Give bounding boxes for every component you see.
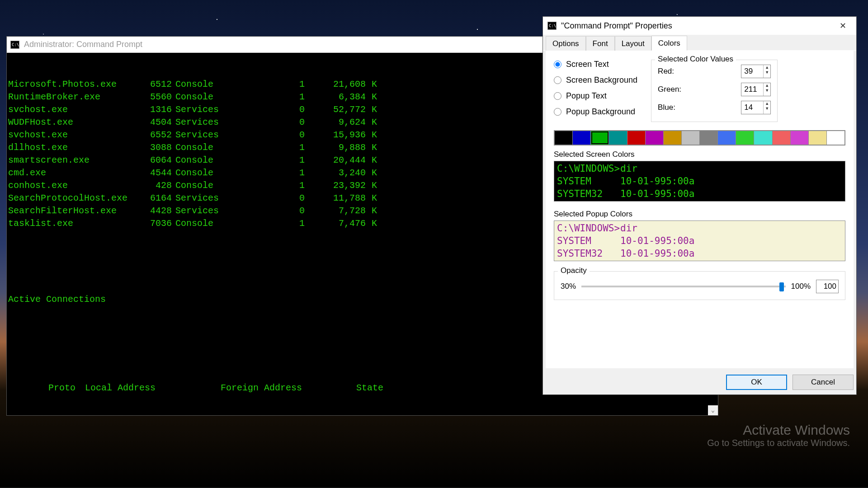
blue-spinner[interactable]: ▲▼	[741, 101, 771, 114]
dialog-body: Screen Text Screen Background Popup Text…	[546, 51, 854, 368]
spin-up-icon[interactable]: ▲	[764, 101, 770, 106]
cmd-icon: C:\	[10, 41, 19, 49]
spin-down-icon[interactable]: ▼	[764, 88, 770, 93]
color-palette	[554, 130, 845, 145]
color-swatch[interactable]	[646, 131, 664, 145]
green-label: Green:	[658, 85, 681, 94]
color-target-radios: Screen Text Screen Background Popup Text…	[554, 60, 637, 122]
color-swatch[interactable]	[809, 131, 827, 145]
radio-screen-text[interactable]: Screen Text	[554, 60, 637, 69]
popup-colors-preview: C:\WINDOWS>dirSYSTEM10-01-995:00aSYSTEM3…	[554, 221, 845, 261]
ok-button[interactable]: OK	[726, 375, 787, 390]
color-swatch[interactable]	[791, 131, 809, 145]
color-swatch[interactable]	[682, 131, 700, 145]
opacity-min-label: 30%	[561, 282, 576, 291]
color-swatch[interactable]	[827, 131, 844, 145]
spin-up-icon[interactable]: ▲	[764, 65, 770, 70]
opacity-slider-thumb[interactable]	[779, 282, 784, 291]
tab-font[interactable]: Font	[586, 36, 615, 51]
dialog-footer: OK Cancel	[543, 371, 856, 394]
color-swatch[interactable]	[736, 131, 754, 145]
dialog-titlebar[interactable]: C:\ "Command Prompt" Properties ✕	[543, 17, 856, 35]
popup-preview-label: Selected Popup Colors	[554, 210, 845, 219]
tab-layout[interactable]: Layout	[615, 36, 651, 51]
color-swatch[interactable]	[591, 131, 609, 145]
blue-input[interactable]	[741, 101, 763, 114]
console-title: Administrator: Command Prompt	[24, 40, 142, 49]
color-swatch[interactable]	[609, 131, 627, 145]
opacity-max-label: 100%	[791, 282, 811, 291]
blue-label: Blue:	[658, 103, 675, 112]
color-swatch[interactable]	[700, 131, 718, 145]
green-input[interactable]	[741, 83, 763, 96]
close-icon[interactable]: ✕	[834, 21, 852, 31]
radio-screen-background[interactable]: Screen Background	[554, 75, 637, 85]
tab-options[interactable]: Options	[546, 36, 586, 51]
radio-popup-background[interactable]: Popup Background	[554, 107, 637, 117]
spin-up-icon[interactable]: ▲	[764, 83, 770, 88]
screen-colors-preview: C:\WINDOWS>dirSYSTEM10-01-995:00aSYSTEM3…	[554, 161, 845, 202]
selected-color-values: Selected Color Values Red: ▲▼ Green: ▲▼ …	[651, 60, 778, 122]
color-swatch[interactable]	[555, 131, 573, 145]
screen-preview-label: Selected Screen Colors	[554, 150, 845, 159]
spin-down-icon[interactable]: ▼	[764, 70, 770, 75]
radio-popup-text[interactable]: Popup Text	[554, 91, 637, 101]
red-input[interactable]	[741, 65, 763, 78]
opacity-section: Opacity 30% 100%	[554, 271, 845, 300]
scroll-down-button[interactable]: ⌄	[708, 405, 718, 415]
green-spinner[interactable]: ▲▼	[741, 83, 771, 96]
dialog-tabs: Options Font Layout Colors	[543, 35, 856, 51]
spin-down-icon[interactable]: ▼	[764, 106, 770, 111]
color-swatch[interactable]	[664, 131, 682, 145]
tab-colors[interactable]: Colors	[651, 36, 687, 51]
red-label: Red:	[658, 67, 674, 76]
red-spinner[interactable]: ▲▼	[741, 65, 771, 78]
cancel-button[interactable]: Cancel	[793, 375, 854, 390]
cmd-icon: C:\	[547, 22, 557, 30]
dialog-title: "Command Prompt" Properties	[561, 21, 829, 31]
activate-windows-watermark: Activate Windows Go to Settings to activ…	[707, 422, 850, 448]
properties-dialog: C:\ "Command Prompt" Properties ✕ Option…	[542, 16, 857, 395]
opacity-input[interactable]	[816, 280, 839, 293]
color-swatch[interactable]	[754, 131, 772, 145]
color-swatch[interactable]	[718, 131, 736, 145]
color-swatch[interactable]	[627, 131, 646, 145]
opacity-slider[interactable]	[581, 286, 785, 287]
color-swatch[interactable]	[773, 131, 791, 145]
color-swatch[interactable]	[573, 131, 591, 145]
